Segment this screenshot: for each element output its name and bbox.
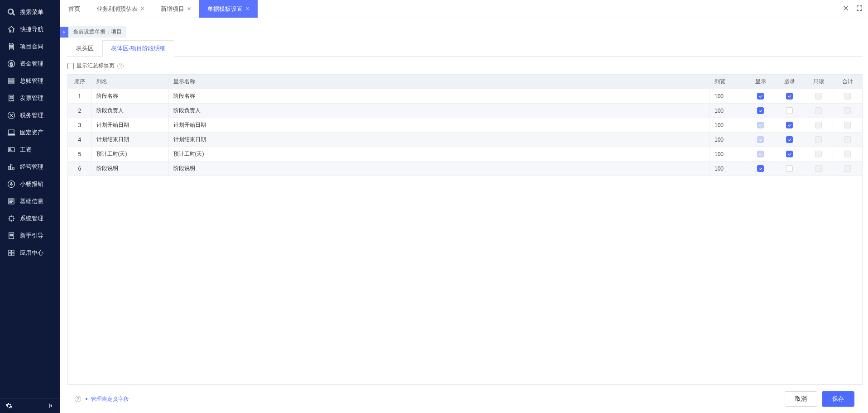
chk-req[interactable]: [786, 107, 793, 114]
cell-width[interactable]: 100: [710, 161, 746, 176]
cell-disp[interactable]: 阶段说明: [168, 161, 710, 176]
help-icon[interactable]: ?: [117, 63, 124, 69]
sidebar-item-12[interactable]: 系统管理: [0, 210, 60, 227]
asset-icon: [7, 128, 15, 137]
chk-req[interactable]: [786, 136, 793, 143]
chk-ro: [815, 151, 822, 157]
sidebar-item-label: 快捷导航: [20, 25, 43, 33]
sidebar-item-11[interactable]: 基础信息: [0, 193, 60, 210]
fullscreen-icon[interactable]: [855, 4, 863, 14]
sidebar-item-label: 新手引导: [20, 232, 43, 240]
sidebar-item-7[interactable]: 固定资产: [0, 124, 60, 141]
chk-req[interactable]: [786, 165, 793, 172]
chk-show[interactable]: [757, 93, 764, 100]
th-seq: 顺序: [68, 75, 91, 89]
chk-sum: [844, 151, 851, 157]
sidebar-item-14[interactable]: 应用中心: [0, 244, 60, 261]
sidebar-item-10[interactable]: 小畅报销: [0, 176, 60, 193]
inner-tab-1[interactable]: 表体区-项目阶段明细: [102, 40, 174, 57]
cell-width[interactable]: 100: [710, 89, 746, 104]
tab-2[interactable]: 新增项目✕: [153, 0, 199, 18]
cell-disp[interactable]: 预计工时(天): [168, 147, 710, 161]
sidebar-item-6[interactable]: 税务管理: [0, 107, 60, 124]
tab-close-icon[interactable]: ✕: [140, 6, 144, 12]
table-row[interactable]: 4计划结束日期计划结束日期100: [68, 133, 862, 147]
cell-disp[interactable]: 阶段负责人: [168, 104, 710, 118]
chk-ro: [815, 122, 822, 128]
sidebar-item-label: 搜索菜单: [20, 8, 43, 16]
chk-show[interactable]: [757, 107, 764, 114]
summary-checkbox[interactable]: [67, 63, 74, 69]
sidebar-item-3[interactable]: 资金管理: [0, 55, 60, 72]
cell-seq: 6: [68, 161, 91, 176]
th-width: 列宽: [710, 75, 746, 89]
sidebar-item-1[interactable]: 快捷导航: [0, 21, 60, 38]
tab-3[interactable]: 单据模板设置✕: [199, 0, 258, 18]
th-sum: 合计: [833, 75, 862, 89]
chk-ro: [815, 107, 822, 114]
help-icon[interactable]: ?: [75, 396, 81, 402]
cell-col: 阶段说明: [91, 161, 168, 176]
cell-col: 预计工时(天): [91, 147, 168, 161]
sidebar-item-0[interactable]: 搜索菜单: [0, 4, 60, 21]
context-expand-handle[interactable]: [60, 27, 68, 38]
tab-close-icon[interactable]: ✕: [245, 6, 249, 12]
tab-label: 单据模板设置: [207, 5, 243, 13]
sidebar-item-4[interactable]: 总账管理: [0, 72, 60, 90]
tab-label: 新增项目: [161, 5, 184, 13]
cell-disp[interactable]: 计划开始日期: [168, 118, 710, 133]
table-row[interactable]: 5预计工时(天)预计工时(天)100: [68, 147, 862, 161]
cell-disp[interactable]: 阶段名称: [168, 89, 710, 104]
close-all-icon[interactable]: [842, 4, 850, 14]
inner-tab-0[interactable]: 表头区: [67, 40, 102, 56]
th-disp: 显示名称: [168, 75, 710, 89]
cell-col: 计划结束日期: [91, 133, 168, 147]
cell-width[interactable]: 100: [710, 104, 746, 118]
cancel-button[interactable]: 取消: [785, 391, 817, 407]
gear-icon[interactable]: [5, 402, 13, 409]
table-row[interactable]: 1阶段名称阶段名称100: [68, 89, 862, 104]
table-wrap: 顺序 列名 显示名称 列宽 显示 必录 只读 合计 1阶段名称阶段名称1002阶…: [67, 74, 863, 385]
cell-width[interactable]: 100: [710, 147, 746, 161]
th-ro: 只读: [804, 75, 833, 89]
manage-custom-fields-link[interactable]: 管理自定义字段: [84, 395, 129, 403]
sidebar-item-label: 固定资产: [20, 128, 43, 137]
chk-show[interactable]: [757, 165, 764, 172]
chk-req[interactable]: [786, 93, 793, 100]
chk-req[interactable]: [786, 122, 793, 128]
sidebar-item-label: 项目合同: [20, 43, 43, 51]
tab-0[interactable]: 首页: [60, 0, 88, 18]
main: 首页业务利润预估表✕新增项目✕单据模板设置✕ 当前设置单据：项目 表头区表体区-…: [60, 0, 868, 413]
tab-1[interactable]: 业务利润预估表✕: [88, 0, 153, 18]
sidebar-item-label: 基础信息: [20, 197, 43, 205]
chk-req[interactable]: [786, 151, 793, 157]
guide-icon: [7, 232, 15, 240]
cell-disp[interactable]: 计划结束日期: [168, 133, 710, 147]
chk-sum: [844, 165, 851, 172]
sidebar-item-9[interactable]: 经营管理: [0, 158, 60, 176]
table-row[interactable]: 6阶段说明阶段说明100: [68, 161, 862, 176]
sidebar-item-13[interactable]: 新手引导: [0, 227, 60, 244]
table-row[interactable]: 3计划开始日期计划开始日期100: [68, 118, 862, 133]
sidebar-item-8[interactable]: 工资: [0, 141, 60, 158]
sidebar-item-label: 工资: [20, 146, 32, 154]
info-icon: [7, 197, 15, 205]
sidebar-item-2[interactable]: 项目合同: [0, 38, 60, 55]
inner-tabs: 表头区表体区-项目阶段明细: [67, 40, 863, 57]
save-button[interactable]: 保存: [822, 391, 854, 407]
sidebar-item-label: 税务管理: [20, 111, 43, 119]
sidebar-item-5[interactable]: 发票管理: [0, 90, 60, 107]
table-row[interactable]: 2阶段负责人阶段负责人100: [68, 104, 862, 118]
system-icon: [7, 214, 15, 223]
collapse-icon[interactable]: [48, 402, 55, 409]
cell-width[interactable]: 100: [710, 133, 746, 147]
sidebar-item-label: 发票管理: [20, 94, 43, 102]
tab-close-icon[interactable]: ✕: [187, 6, 191, 12]
th-col: 列名: [91, 75, 168, 89]
sidebar: 搜索菜单快捷导航项目合同资金管理总账管理发票管理税务管理固定资产工资经营管理小畅…: [0, 0, 60, 413]
doc-icon: [7, 43, 15, 51]
chk-ro: [815, 93, 822, 100]
sidebar-item-label: 系统管理: [20, 214, 43, 223]
cell-width[interactable]: 100: [710, 118, 746, 133]
summary-label: 显示汇总标签页: [77, 62, 115, 70]
